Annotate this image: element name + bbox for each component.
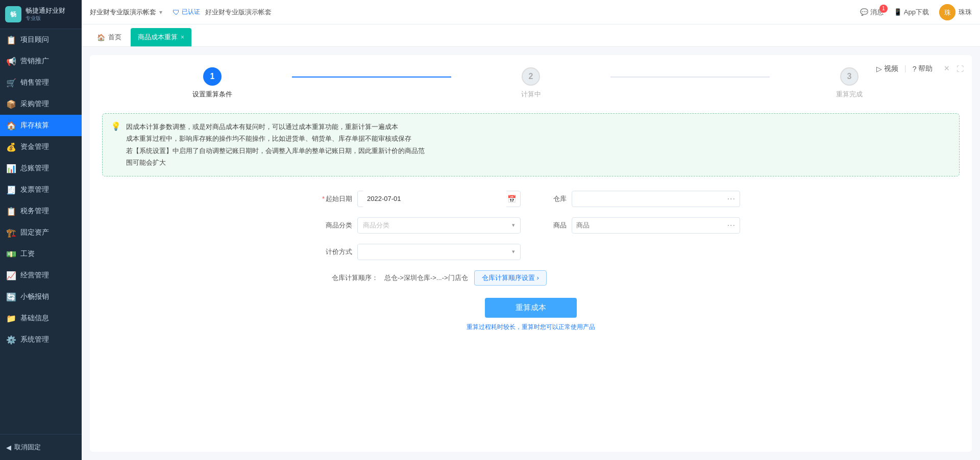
header-actions: 💬 消息 1 📱 App下载 珠 珠珠	[860, 4, 972, 20]
main-area: 好业财专业版演示帐套 ▾ 🛡 已认证 好业财专业版演示帐套 💬 消息 1 📱 A…	[82, 0, 980, 460]
recalc-section: 重算成本 重算过程耗时较长，重算时您可以正常使用产品	[322, 298, 740, 331]
verified-label: 已认证	[182, 8, 200, 16]
logo-icon: 畅	[5, 6, 21, 22]
sidebar-item-payroll[interactable]: 💵 工资	[0, 243, 82, 265]
svg-text:珠: 珠	[944, 9, 951, 16]
sidebar-footer: ◀ 取消固定	[0, 434, 82, 460]
calendar-icon[interactable]: 📅	[507, 195, 516, 203]
purchase-icon: 📦	[6, 99, 16, 109]
category-placeholder: 商品分类	[363, 221, 389, 230]
sales-icon: 🛒	[6, 78, 16, 88]
sidebar-label-marketing: 营销推广	[20, 57, 49, 66]
start-date-label-text: 起始日期	[326, 195, 352, 202]
warehouse-order-label: 仓库计算顺序：	[332, 273, 378, 283]
tax-icon: 📋	[6, 206, 16, 216]
tab-home-label: 首页	[108, 33, 121, 42]
sidebar-item-expense[interactable]: 🔄 小畅报销	[0, 286, 82, 308]
company-selector[interactable]: 好业财专业版演示帐套 ▾	[90, 8, 162, 17]
avatar: 珠	[939, 4, 955, 20]
start-date-field: *起始日期 📅	[322, 191, 521, 207]
sidebar-item-invoice[interactable]: 🧾 发票管理	[0, 179, 82, 200]
step-indicator: 1 设置重算条件 2 计算中 3 重算完成	[102, 67, 960, 99]
content-card: ▷ 视频 | ? 帮助 × ⛶ 1 设置重算条件	[90, 55, 972, 452]
info-line-1: 因成本计算参数调整，或是对商品成本有疑问时，可以通过成本重算功能，重新计算一遍成…	[126, 121, 425, 133]
step-1-label: 设置重算条件	[192, 90, 232, 99]
step-2-circle: 2	[522, 67, 540, 86]
sidebar-item-basic[interactable]: 📁 基础信息	[0, 308, 82, 329]
warehouse-label: 仓库	[541, 194, 567, 203]
step-2-label: 计算中	[521, 90, 541, 99]
accounting-icon: 📊	[6, 163, 16, 173]
category-label: 商品分类	[322, 221, 352, 230]
warehouse-order-row: 仓库计算顺序： 总仓->深圳仓库->...->门店仓 仓库计算顺序设置 ›	[322, 270, 740, 286]
brand-name: 畅捷通好业财	[26, 7, 65, 15]
warehouse-order-settings-button[interactable]: 仓库计算顺序设置 ›	[474, 270, 547, 286]
warehouse-dots-icon[interactable]: ···	[727, 194, 736, 203]
expense-icon: 🔄	[6, 292, 16, 302]
tab-home[interactable]: 🏠 首页	[90, 28, 129, 46]
category-field: 商品分类 商品分类 ▾	[322, 217, 521, 234]
user-avatar-button[interactable]: 珠 珠珠	[939, 4, 972, 20]
message-badge: 1	[879, 5, 888, 13]
goods-dots-icon[interactable]: ···	[727, 221, 736, 230]
company-full-name: 好业财专业版演示帐套	[205, 8, 272, 17]
start-date-label: *起始日期	[322, 194, 352, 203]
info-text: 因成本计算参数调整，或是对商品成本有疑问时，可以通过成本重算功能，重新计算一遍成…	[126, 121, 425, 169]
info-line-2: 成本重算过程中，影响库存账的操作均不能操作，比如进货单、销货单、库存单据不能审核…	[126, 133, 425, 144]
category-chevron-icon: ▾	[512, 222, 515, 228]
sidebar-item-marketing[interactable]: 📢 营销推广	[0, 50, 82, 72]
step-2: 2 计算中	[451, 67, 610, 99]
message-icon: 💬	[860, 8, 868, 16]
recalc-button[interactable]: 重算成本	[485, 298, 577, 318]
ops-icon: 📈	[6, 270, 16, 280]
pricing-select[interactable]: ▾	[357, 244, 521, 260]
sidebar-label-finance: 资金管理	[20, 142, 49, 151]
company-chevron-icon: ▾	[159, 9, 162, 16]
invoice-icon: 🧾	[6, 185, 16, 195]
sidebar-item-tax[interactable]: 📋 税务管理	[0, 200, 82, 222]
content-area: ▷ 视频 | ? 帮助 × ⛶ 1 设置重算条件	[82, 47, 980, 460]
sidebar-label-sales: 销售管理	[20, 78, 49, 87]
sidebar-label-payroll: 工资	[20, 249, 35, 259]
sidebar-label-inventory: 库存核算	[20, 121, 49, 130]
verified-badge: 🛡 已认证	[173, 8, 200, 16]
info-icon: 💡	[111, 121, 121, 169]
assets-icon: 🏗️	[6, 227, 16, 238]
sidebar-label-ops: 经营管理	[20, 271, 49, 280]
sidebar-item-purchase[interactable]: 📦 采购管理	[0, 93, 82, 115]
cancel-pin-button[interactable]: ◀ 取消固定	[0, 439, 82, 456]
recalc-note: 重算过程耗时较长，重算时您可以正常使用产品	[467, 323, 595, 331]
goods-field: 商品 ···	[541, 217, 740, 234]
sidebar-label-tax: 税务管理	[20, 207, 49, 216]
start-date-input[interactable]	[362, 191, 507, 207]
step-line-2	[610, 76, 770, 78]
goods-input-wrapper: ···	[572, 217, 740, 234]
sidebar-item-accounting[interactable]: 📊 总账管理	[0, 158, 82, 179]
sidebar-item-project[interactable]: 📋 项目顾问	[0, 29, 82, 50]
form-row-2: 商品分类 商品分类 ▾ 商品 ···	[322, 217, 740, 234]
warehouse-input[interactable]	[576, 195, 727, 202]
tab-bar: 🏠 首页 商品成本重算 ×	[82, 24, 980, 47]
category-select[interactable]: 商品分类 ▾	[357, 217, 521, 234]
basic-icon: 📁	[6, 313, 16, 323]
app-download-button[interactable]: 📱 App下载	[894, 8, 929, 17]
form-row-3: 计价方式 ▾	[322, 244, 740, 260]
message-button[interactable]: 💬 消息 1	[860, 8, 884, 17]
sidebar-item-system[interactable]: ⚙️ 系统管理	[0, 329, 82, 350]
sidebar-label-invoice: 发票管理	[20, 185, 49, 194]
sidebar-item-ops[interactable]: 📈 经营管理	[0, 265, 82, 286]
warehouse-order-btn-label: 仓库计算顺序设置	[482, 273, 535, 283]
step-1: 1 设置重算条件	[133, 67, 292, 99]
tab-close-icon[interactable]: ×	[181, 34, 184, 41]
sidebar-item-sales[interactable]: 🛒 销售管理	[0, 72, 82, 93]
pin-icon: ◀	[6, 444, 11, 451]
chevron-right-icon: ›	[537, 274, 539, 282]
warehouse-field: 仓库 ···	[541, 191, 740, 207]
sidebar-item-assets[interactable]: 🏗️ 固定资产	[0, 222, 82, 243]
phone-icon: 📱	[894, 8, 902, 16]
tab-recalc[interactable]: 商品成本重算 ×	[131, 28, 191, 46]
sidebar-item-finance[interactable]: 💰 资金管理	[0, 136, 82, 158]
sidebar-item-inventory[interactable]: 🏠 库存核算	[0, 115, 82, 136]
top-header: 好业财专业版演示帐套 ▾ 🛡 已认证 好业财专业版演示帐套 💬 消息 1 📱 A…	[82, 0, 980, 24]
goods-input[interactable]	[576, 221, 727, 229]
